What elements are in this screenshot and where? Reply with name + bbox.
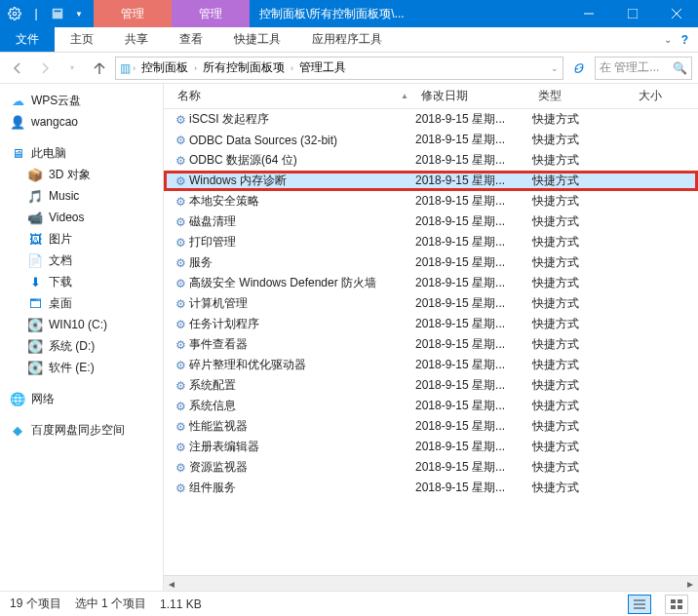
file-row[interactable]: ⚙事件查看器2018-9-15 星期...快捷方式 <box>164 334 698 355</box>
tree-item[interactable]: ☁WPS云盘 <box>0 90 163 111</box>
ribbon-tab[interactable]: 主页 <box>55 27 109 52</box>
tree-item[interactable]: 💽软件 (E:) <box>0 357 163 378</box>
tree-item[interactable]: ⬇下载 <box>0 271 163 292</box>
shortcut-icon: ⚙ <box>172 337 189 353</box>
file-row[interactable]: ⚙iSCSI 发起程序2018-9-15 星期...快捷方式 <box>164 109 698 130</box>
file-row[interactable]: ⚙Windows 内存诊断2018-9-15 星期...快捷方式 <box>164 171 698 191</box>
tree-item[interactable]: 🖼图片 <box>0 228 163 250</box>
ribbon-tab[interactable]: 应用程序工具 <box>296 27 398 52</box>
tree-label: 图片 <box>49 231 72 248</box>
tree-item[interactable]: 🌐网络 <box>0 388 163 409</box>
file-row[interactable]: ⚙ODBC 数据源(64 位)2018-9-15 星期...快捷方式 <box>164 150 698 171</box>
breadcrumb-seg[interactable]: 控制面板 <box>137 59 192 76</box>
close-button[interactable] <box>654 0 698 27</box>
tree-item[interactable]: 📦3D 对象 <box>0 164 163 185</box>
ribbon-tab[interactable]: 共享 <box>109 27 164 52</box>
recent-locations-icon[interactable]: ▾ <box>60 57 84 80</box>
breadcrumb-seg[interactable]: 管理工具 <box>295 59 350 76</box>
file-type: 快捷方式 <box>532 357 610 373</box>
column-name[interactable]: 名称▲ <box>172 88 415 104</box>
file-row[interactable]: ⚙高级安全 Windows Defender 防火墙2018-9-15 星期..… <box>164 273 698 293</box>
tree-item[interactable]: 📹Videos <box>0 207 163 228</box>
breadcrumb[interactable]: ▥ › 控制面板 › 所有控制面板项 › 管理工具 ⌄ <box>115 57 563 80</box>
ribbon-tab[interactable]: 快捷工具 <box>218 27 296 52</box>
file-date: 2018-9-15 星期... <box>415 213 532 230</box>
file-row[interactable]: ⚙性能监视器2018-9-15 星期...快捷方式 <box>164 416 698 437</box>
file-row[interactable]: ⚙本地安全策略2018-9-15 星期...快捷方式 <box>164 191 698 212</box>
tree-item[interactable]: 💽WIN10 (C:) <box>0 314 163 335</box>
file-type: 快捷方式 <box>532 193 610 210</box>
forward-button[interactable] <box>33 57 57 80</box>
minimize-button[interactable] <box>566 0 610 27</box>
scroll-left-icon[interactable]: ◂ <box>164 576 179 592</box>
file-row[interactable]: ⚙计算机管理2018-9-15 星期...快捷方式 <box>164 293 698 314</box>
shortcut-icon: ⚙ <box>172 378 189 394</box>
file-type: 快捷方式 <box>532 459 610 476</box>
qat-dropdown-icon[interactable]: ▼ <box>68 0 90 27</box>
file-row[interactable]: ⚙注册表编辑器2018-9-15 星期...快捷方式 <box>164 437 698 457</box>
breadcrumb-seg[interactable]: 所有控制面板项 <box>199 59 289 76</box>
file-row[interactable]: ⚙组件服务2018-9-15 星期...快捷方式 <box>164 478 698 498</box>
column-size[interactable]: 大小 <box>610 88 669 104</box>
file-row[interactable]: ⚙磁盘清理2018-9-15 星期...快捷方式 <box>164 212 698 232</box>
expand-ribbon-icon[interactable]: ⌄ <box>664 34 672 45</box>
file-name: 任务计划程序 <box>189 316 415 332</box>
file-menu[interactable]: 文件 <box>0 27 55 52</box>
shortcut-icon: ⚙ <box>172 296 189 312</box>
tree-item[interactable]: 💽系统 (D:) <box>0 335 163 357</box>
horizontal-scrollbar[interactable]: ◂ ▸ <box>164 575 698 591</box>
column-type[interactable]: 类型 <box>532 88 610 104</box>
maximize-button[interactable] <box>610 0 654 27</box>
file-row[interactable]: ⚙资源监视器2018-9-15 星期...快捷方式 <box>164 457 698 478</box>
tree-item[interactable]: 🗔桌面 <box>0 292 163 314</box>
file-row[interactable]: ⚙系统配置2018-9-15 星期...快捷方式 <box>164 375 698 396</box>
chevron-right-icon[interactable]: › <box>194 63 197 73</box>
tree-item[interactable]: 🎵Music <box>0 185 163 207</box>
tree-item[interactable]: 📄文档 <box>0 250 163 271</box>
tree-icon: 🎵 <box>27 188 43 204</box>
settings-icon[interactable] <box>4 0 25 27</box>
file-row[interactable]: ⚙打印管理2018-9-15 星期...快捷方式 <box>164 232 698 252</box>
properties-icon[interactable] <box>47 0 68 27</box>
shortcut-icon: ⚙ <box>172 214 189 230</box>
file-name: 组件服务 <box>189 480 415 496</box>
tree-item[interactable]: 👤wangcao <box>0 111 163 133</box>
tree-item[interactable]: ◆百度网盘同步空间 <box>0 419 163 441</box>
breadcrumb-root-icon[interactable]: ▥ <box>120 61 131 75</box>
shortcut-icon: ⚙ <box>172 358 189 373</box>
ribbon-tab[interactable]: 查看 <box>164 27 218 52</box>
search-icon[interactable]: 🔍 <box>673 61 687 75</box>
navigation-tree[interactable]: ☁WPS云盘👤wangcao🖥此电脑📦3D 对象🎵Music📹Videos🖼图片… <box>0 84 164 591</box>
file-row[interactable]: ⚙系统信息2018-9-15 星期...快捷方式 <box>164 396 698 416</box>
refresh-button[interactable] <box>567 61 591 75</box>
tree-item[interactable]: 🖥此电脑 <box>0 142 163 164</box>
tree-label: 文档 <box>49 252 72 269</box>
titlebar: | ▼ 管理 管理 控制面板\所有控制面板项\... <box>0 0 698 27</box>
file-rows[interactable]: ⚙iSCSI 发起程序2018-9-15 星期...快捷方式⚙ODBC Data… <box>164 109 698 575</box>
context-tab-manage-1[interactable]: 管理 <box>94 0 172 27</box>
column-date[interactable]: 修改日期 <box>415 88 532 104</box>
ribbon-right: ⌄ ? <box>654 27 698 52</box>
file-row[interactable]: ⚙服务2018-9-15 星期...快捷方式 <box>164 252 698 273</box>
file-row[interactable]: ⚙ODBC Data Sources (32-bit)2018-9-15 星期.… <box>164 130 698 150</box>
context-tab-manage-2[interactable]: 管理 <box>172 0 250 27</box>
icons-view-button[interactable] <box>665 595 688 614</box>
shortcut-icon: ⚙ <box>172 276 189 291</box>
file-row[interactable]: ⚙任务计划程序2018-9-15 星期...快捷方式 <box>164 314 698 334</box>
tree-icon: ◆ <box>10 422 25 438</box>
file-row[interactable]: ⚙碎片整理和优化驱动器2018-9-15 星期...快捷方式 <box>164 355 698 375</box>
chevron-right-icon[interactable]: › <box>133 63 136 73</box>
chevron-down-icon[interactable]: ⌄ <box>551 63 559 73</box>
help-icon[interactable]: ? <box>681 33 688 47</box>
search-input[interactable]: 在 管理工... 🔍 <box>595 57 692 80</box>
file-date: 2018-9-15 星期... <box>415 234 532 250</box>
up-button[interactable] <box>88 57 111 80</box>
file-date: 2018-9-15 星期... <box>415 480 532 496</box>
back-button[interactable] <box>6 57 29 80</box>
column-headers: 名称▲ 修改日期 类型 大小 <box>164 84 698 109</box>
scroll-right-icon[interactable]: ▸ <box>682 576 698 592</box>
file-type: 快捷方式 <box>532 336 610 353</box>
details-view-button[interactable] <box>628 595 651 614</box>
file-name: 资源监视器 <box>189 459 415 476</box>
chevron-right-icon[interactable]: › <box>291 63 293 73</box>
